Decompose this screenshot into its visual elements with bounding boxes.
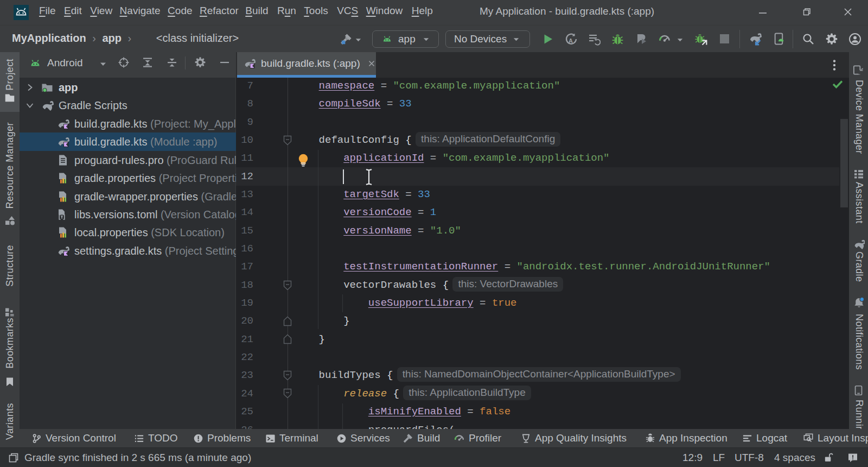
svg-text:A: A bbox=[569, 37, 573, 44]
